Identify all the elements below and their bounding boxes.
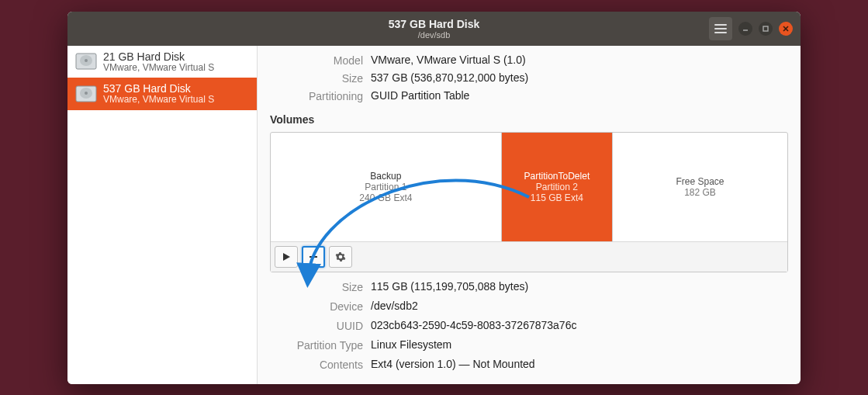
gear-icon [335, 251, 346, 262]
partition-size: 115 GB Ext4 [531, 192, 583, 203]
volumes-section-title: Volumes [270, 113, 788, 126]
disk-item-subtitle: VMware, VMware Virtual S [103, 95, 214, 106]
partition-details: Size 115 GB (115,199,705,088 bytes) Devi… [270, 280, 788, 371]
titlebar: 537 GB Hard Disk /dev/sdb [67, 12, 801, 46]
mount-button[interactable] [275, 246, 298, 268]
partition-subtitle: Partition 2 [536, 182, 578, 192]
disk-item-title: 537 GB Hard Disk [103, 82, 214, 95]
size-value: 537 GB (536,870,912,000 bytes) [371, 71, 788, 85]
maximize-icon [762, 25, 769, 33]
disk-properties: Model VMware, VMware Virtual S (1.0) Siz… [270, 54, 788, 102]
disk-item-0[interactable]: 21 GB Hard Disk VMware, VMware Virtual S [67, 46, 257, 78]
hamburger-icon [714, 24, 727, 33]
partition-0[interactable]: Backup Partition 1 240 GB Ext4 [271, 133, 502, 241]
part-type-value: Linux Filesystem [371, 338, 788, 352]
close-icon [782, 25, 790, 33]
disk-sidebar: 21 GB Hard Disk VMware, VMware Virtual S… [67, 46, 258, 384]
disk-item-subtitle: VMware, VMware Virtual S [103, 63, 214, 74]
part-type-label: Partition Type [270, 338, 363, 352]
volumes-frame: Backup Partition 1 240 GB Ext4 Partition… [270, 132, 788, 272]
window-subtitle: /dev/sdb [67, 30, 801, 40]
size-label: Size [270, 71, 363, 85]
part-device-label: Device [270, 300, 363, 313]
part-uuid-label: UUID [270, 319, 363, 332]
model-label: Model [270, 54, 363, 67]
partition-name: PartitionToDelet [524, 171, 590, 182]
partition-free-space[interactable]: Free Space 182 GB [613, 133, 787, 241]
svg-rect-0 [763, 26, 768, 31]
svg-point-6 [85, 92, 88, 95]
minimize-icon [742, 25, 749, 33]
model-value: VMware, VMware Virtual S (1.0) [371, 54, 788, 67]
maximize-button[interactable] [759, 22, 773, 36]
part-size-value: 115 GB (115,199,705,088 bytes) [371, 280, 788, 293]
partition-name: Free Space [676, 176, 724, 187]
partition-size: 240 GB Ext4 [359, 192, 412, 203]
part-size-label: Size [270, 280, 363, 293]
part-device-value: /dev/sdb2 [371, 300, 788, 313]
partition-size: 182 GB [684, 187, 716, 198]
minus-icon [308, 251, 319, 262]
main-pane: Model VMware, VMware Virtual S (1.0) Siz… [258, 46, 801, 384]
partition-toolbar [271, 241, 787, 272]
partition-options-button[interactable] [329, 246, 352, 268]
svg-point-3 [85, 59, 88, 62]
window-title: 537 GB Hard Disk [67, 18, 801, 30]
disk-item-title: 21 GB Hard Disk [103, 50, 214, 63]
partitioning-value: GUID Partition Table [371, 89, 788, 102]
partitioning-label: Partitioning [270, 89, 363, 102]
partition-bar: Backup Partition 1 240 GB Ext4 Partition… [271, 133, 787, 241]
disk-item-1[interactable]: 537 GB Hard Disk VMware, VMware Virtual … [67, 78, 257, 110]
delete-partition-button[interactable] [302, 246, 325, 268]
partition-1[interactable]: PartitionToDelet Partition 2 115 GB Ext4 [502, 133, 613, 241]
partition-name: Backup [370, 171, 401, 182]
disks-window: 537 GB Hard Disk /dev/sdb [67, 12, 801, 384]
play-icon [282, 252, 291, 262]
partition-subtitle: Partition 1 [365, 182, 406, 192]
part-contents-label: Contents [270, 358, 363, 371]
minimize-button[interactable] [738, 22, 752, 36]
close-button[interactable] [779, 22, 793, 36]
hard-disk-icon [75, 53, 97, 70]
part-contents-value: Ext4 (version 1.0) — Not Mounted [371, 358, 788, 371]
part-uuid-value: 023cb643-2590-4c59-8083-37267873a76c [371, 319, 788, 332]
hamburger-menu-button[interactable] [709, 17, 732, 40]
hard-disk-icon [75, 85, 97, 102]
